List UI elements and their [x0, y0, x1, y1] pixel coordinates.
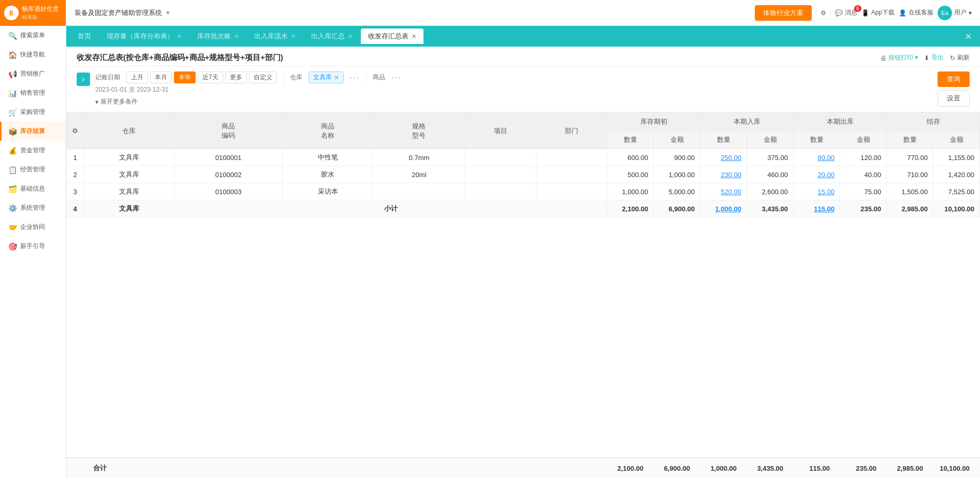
row-out-amt: 40.00 [840, 166, 887, 183]
date-this-month-btn[interactable]: 本月 [150, 71, 172, 83]
sidebar-item-operation[interactable]: 📋 经营管理 [0, 160, 66, 179]
subtotal-cell: 10,100.00 [933, 200, 980, 218]
row-goods-code: 0100002 [174, 166, 283, 183]
subtotal-cell-link[interactable]: 1,000.00 [700, 200, 747, 218]
footer-total-value: 6,900.00 [649, 465, 695, 472]
query-button[interactable]: 查询 [938, 71, 970, 87]
subtotal-cell: 2,985.00 [887, 200, 933, 218]
expand-more-btn[interactable]: ▾ 展开更多条件 [95, 97, 932, 106]
online-service-btn[interactable]: 👤 在线客服 [899, 8, 933, 17]
mobile-icon: 📱 [861, 9, 869, 17]
dropdown-caret-icon[interactable]: ▾ [166, 9, 170, 17]
sidebar-item-quick-nav[interactable]: 🏠 快捷导航 [0, 45, 66, 64]
warehouse-tag-close-icon[interactable]: ✕ [334, 74, 339, 81]
expand-more-label: 展开更多条件 [100, 97, 138, 106]
tab-batch-ledger[interactable]: 库存批次账 ✕ [190, 28, 246, 44]
row-out-amt: 75.00 [840, 183, 887, 200]
row-in-qty[interactable]: 520.00 [700, 183, 747, 200]
row-no: 1 [67, 149, 84, 166]
row-out-qty[interactable]: 15.00 [794, 183, 840, 200]
date-7days-btn[interactable]: 近7天 [198, 71, 223, 83]
row-in-qty[interactable]: 230.00 [700, 166, 747, 183]
col-opening-group: 库存期初 [607, 113, 700, 131]
col-settings[interactable]: ⚙ [67, 113, 84, 149]
enterprise-icon: 🤝 [8, 223, 17, 231]
sidebar-item-search[interactable]: 🔍 搜索菜单 [0, 26, 66, 45]
sidebar-item-basic[interactable]: 🗂️ 基础信息 [0, 179, 66, 198]
export-label: 导出 [931, 53, 944, 62]
tab-close-in-out-flow[interactable]: ✕ [291, 33, 296, 40]
date-filter-label: 记账日期 [95, 73, 120, 82]
warehouse-tag[interactable]: 文具库 ✕ [309, 71, 344, 83]
tab-home[interactable]: 首页 [70, 28, 98, 44]
footer-total-value: 3,435.00 [742, 465, 788, 472]
tab-close-inventory-dist[interactable]: ✕ [177, 33, 182, 40]
user-btn[interactable]: Ea 用户 ▾ [938, 6, 972, 20]
row-goods-spec: 20ml [373, 166, 465, 183]
tab-close-stock-summary[interactable]: ✕ [412, 33, 416, 40]
date-custom-btn[interactable]: 自定义 [249, 71, 277, 83]
col-goods-spec-header: 规格型号 [373, 113, 465, 149]
goods-filter-label: 商品 [373, 73, 385, 82]
sidebar-item-enterprise[interactable]: 🤝 企业协同 [0, 218, 66, 237]
table-section: ⚙ 仓库 商品编码 商品名称 规格型号 项目 部门 库存期初 本期入库 本期出库… [66, 112, 980, 457]
service-icon: 👤 [899, 9, 906, 17]
sidebar-item-marketing[interactable]: 📢 营销推广 [0, 64, 66, 83]
subtotal-cell-link[interactable]: 115.00 [794, 200, 840, 218]
filter-expand-button[interactable]: › [77, 73, 90, 86]
row-bal-amt: 1,155.00 [933, 149, 980, 166]
tab-close-in-out-summary[interactable]: ✕ [348, 33, 353, 40]
row-goods-code: 0100001 [174, 149, 283, 166]
setting-button[interactable]: 设置 [938, 90, 970, 107]
app-name: 畅库通好生意 [22, 5, 59, 13]
tab-inventory-dist-label: 现存量（库存分布表） [107, 32, 174, 41]
warehouse-more-dots[interactable]: ··· [350, 73, 360, 82]
subtotal-cell: 6,900.00 [654, 200, 700, 218]
row-open-amt: 900.00 [654, 149, 700, 166]
sidebar-item-inventory[interactable]: 📦 库存核算 [0, 122, 66, 141]
message-badge: 6 [854, 5, 861, 12]
message-btn[interactable]: 💬 消息 6 [835, 8, 857, 17]
refresh-btn[interactable]: ↻ 刷新 [950, 53, 970, 62]
subtotal-cell: 3,435.00 [747, 200, 794, 218]
marketing-icon: 📢 [8, 70, 17, 78]
sidebar-item-system[interactable]: ⚙️ 系统管理 [0, 198, 66, 218]
system-title-text: 装备及固定资产辅助管理系统 [75, 8, 162, 18]
goods-more-dots[interactable]: ··· [391, 73, 401, 82]
row-no: 2 [67, 166, 84, 183]
sidebar-label-inventory: 库存核算 [20, 127, 45, 136]
date-more-btn[interactable]: 更多 [225, 71, 247, 83]
sidebar-item-newbie[interactable]: 🎯 新手引导 [0, 237, 66, 256]
row-in-amt: 375.00 [747, 149, 794, 166]
row-out-qty[interactable]: 80.00 [794, 149, 840, 166]
row-dept [536, 183, 607, 200]
sidebar-label-quick-nav: 快捷导航 [20, 50, 45, 59]
tab-in-out-flow[interactable]: 出入库流水 ✕ [247, 28, 303, 44]
sidebar-item-finance[interactable]: 💰 资金管理 [0, 141, 66, 160]
sidebar-item-sales[interactable]: 📊 销售管理 [0, 83, 66, 103]
date-last-month-btn[interactable]: 上月 [126, 71, 148, 83]
print-label: 按钮打印 ▾ [888, 53, 918, 62]
export-btn[interactable]: ⬇ 导出 [924, 53, 944, 62]
tab-close-batch-ledger[interactable]: ✕ [234, 33, 239, 40]
trial-button[interactable]: 体验行业方案 [755, 5, 812, 21]
sidebar-item-purchase[interactable]: 🛒 采购管理 [0, 103, 66, 122]
avatar: Ea [938, 6, 952, 20]
user-dropdown-icon: ▾ [969, 9, 972, 17]
tab-bar-close-icon[interactable]: ✕ [961, 32, 976, 41]
row-open-qty: 600.00 [607, 149, 654, 166]
tab-inventory-dist[interactable]: 现存量（库存分布表） ✕ [99, 28, 189, 44]
settings-btn[interactable]: ⚙ [821, 9, 826, 17]
print-btn[interactable]: 🖨 按钮打印 ▾ [880, 53, 918, 62]
row-out-qty[interactable]: 20.00 [794, 166, 840, 183]
tab-in-out-summary[interactable]: 出入库汇总 ✕ [304, 28, 360, 44]
sidebar-label-enterprise: 企业协同 [20, 223, 45, 231]
row-in-amt: 2,600.00 [747, 183, 794, 200]
app-download-btn[interactable]: 📱 App下载 [861, 8, 895, 17]
col-bal-amt-header: 金额 [933, 131, 980, 149]
row-in-qty[interactable]: 250.00 [700, 149, 747, 166]
table-row: 1 文具库 0100001 中性笔 0.7mm 600.00 900.00 25… [67, 149, 980, 166]
footer-total-value: 235.00 [835, 465, 882, 472]
date-this-year-btn[interactable]: 本年 [174, 71, 196, 83]
tab-stock-summary[interactable]: 收发存汇总表 ✕ [361, 28, 423, 44]
